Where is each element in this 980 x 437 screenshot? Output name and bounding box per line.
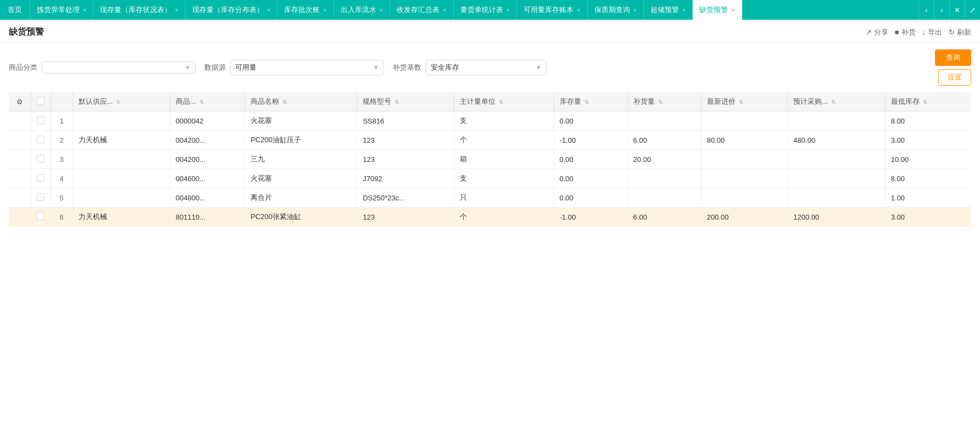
nav-tab-9[interactable]: 超储预警× [644, 0, 693, 20]
sort-icon-unit[interactable]: ⇅ [499, 99, 503, 105]
gear-icon[interactable]: ⚙ [16, 98, 23, 106]
sort-icon-default_supplier[interactable]: ⇅ [116, 99, 120, 105]
row-checkbox[interactable] [31, 208, 51, 227]
category-select[interactable]: ▼ [42, 61, 196, 74]
nav-tab-8[interactable]: 保质期查询× [588, 0, 644, 20]
row-checkbox[interactable] [31, 188, 51, 208]
row-checkbox[interactable] [31, 131, 51, 150]
th-label-spec: 规格型号 [363, 97, 391, 107]
row-select-checkbox[interactable] [37, 136, 44, 143]
cell-min_stock: 3.00 [885, 208, 971, 227]
tab-close-icon[interactable]: × [323, 7, 326, 13]
row-checkbox[interactable] [31, 150, 51, 169]
th-min_stock[interactable]: 最低库存⇅ [885, 92, 971, 111]
nav-tab-7[interactable]: 可用量库存账本× [517, 0, 587, 20]
row-select-checkbox[interactable] [37, 174, 44, 182]
share-btn[interactable]: ↗ 分享 [866, 27, 888, 37]
nav-prev-btn[interactable]: ‹ [918, 0, 934, 20]
th-spec[interactable]: 规格型号⇅ [357, 92, 454, 111]
cell-stock: -1.00 [554, 208, 627, 227]
replenish-btn[interactable]: ■ 补货 [895, 27, 916, 37]
tab-close-icon[interactable]: × [443, 7, 446, 13]
sort-icon-spec[interactable]: ⇅ [394, 99, 399, 105]
tab-close-icon[interactable]: × [577, 7, 580, 13]
row-settings-btn [9, 131, 31, 150]
sort-icon-stock[interactable]: ⇅ [584, 99, 589, 105]
th-unit[interactable]: 主计量单位⇅ [454, 92, 554, 111]
settings-col-header[interactable]: ⚙ [9, 92, 31, 111]
category-label: 商品分类 [9, 63, 37, 72]
cell-latest_price [701, 188, 788, 208]
tab-close-icon[interactable]: × [175, 7, 178, 13]
cell-product_name: PC200张紧油缸 [245, 208, 357, 227]
cell-product_name: 火花塞 [245, 169, 357, 188]
share-icon: ↗ [866, 28, 872, 36]
tab-close-icon[interactable]: × [380, 7, 383, 13]
row-index: 4 [51, 169, 73, 188]
nav-next-btn[interactable]: › [934, 0, 949, 20]
nav-tab-5[interactable]: 收发存汇总表× [390, 0, 453, 20]
settings-button[interactable]: 设置 [938, 69, 971, 86]
sort-icon-min_stock[interactable]: ⇅ [923, 99, 927, 105]
page-header: 缺货预警 ↗ 分享 ■ 补货 ↓ 导出 ↻ 刷新 [0, 20, 980, 43]
cell-unit: 个 [454, 131, 554, 150]
tab-close-icon[interactable]: × [267, 7, 270, 13]
tab-close-icon[interactable]: × [731, 7, 734, 13]
tab-close-icon[interactable]: × [506, 7, 510, 13]
cell-replenish: 6.00 [627, 131, 701, 150]
row-select-checkbox[interactable] [37, 212, 44, 220]
th-default_supplier[interactable]: 默认供应...⇅ [73, 92, 170, 111]
nav-tab-6[interactable]: 要货单统计表× [454, 0, 517, 20]
export-btn[interactable]: ↓ 导出 [922, 27, 943, 37]
row-select-checkbox[interactable] [37, 193, 44, 201]
th-product_code[interactable]: 商品...⇅ [170, 92, 244, 111]
nav-tab-3[interactable]: 库存批次账× [277, 0, 333, 20]
tab-close-icon[interactable]: × [682, 7, 686, 13]
home-label: 首页 [8, 5, 22, 15]
cell-est_purchase [788, 188, 885, 208]
row-checkbox[interactable] [31, 169, 51, 188]
nav-tab-2[interactable]: 现存量（库存分布表）× [186, 0, 277, 20]
th-replenish[interactable]: 补货量⇅ [627, 92, 701, 111]
nav-tab-1[interactable]: 现存量（库存状况表）× [93, 0, 185, 20]
refresh-btn[interactable]: ↻ 刷新 [949, 27, 971, 37]
sort-icon-est_purchase[interactable]: ⇅ [831, 99, 836, 105]
sort-icon-latest_price[interactable]: ⇅ [739, 99, 743, 105]
row-select-checkbox[interactable] [37, 155, 44, 163]
datasource-arrow-icon: ▼ [373, 64, 379, 71]
table-header: ⚙默认供应...⇅商品...⇅商品名称⇅规格型号⇅主计量单位⇅库存量⇅补货量⇅最… [9, 92, 971, 111]
tab-close-icon[interactable]: × [83, 7, 86, 13]
th-est_purchase[interactable]: 预计采购...⇅ [788, 92, 885, 111]
cell-min_stock: 8.00 [885, 111, 971, 131]
th-stock[interactable]: 库存量⇅ [554, 92, 627, 111]
row-select-checkbox[interactable] [37, 116, 44, 124]
th-product_name[interactable]: 商品名称⇅ [245, 92, 357, 111]
tab-close-icon[interactable]: × [633, 7, 637, 13]
checkbox-col-header[interactable] [31, 92, 51, 111]
replenish-basis-select[interactable]: 安全库存 ▼ [426, 60, 547, 75]
table-body: 10000042火花塞SS816支0.008.002力天机械004200...P… [9, 111, 971, 227]
datasource-select[interactable]: 可用量 ▼ [230, 60, 384, 75]
nav-tab-10[interactable]: 缺货预警× [693, 0, 742, 20]
nav-tab-4[interactable]: 出入库流水× [334, 0, 390, 20]
cell-replenish [627, 188, 701, 208]
cell-product_name: 火花塞 [245, 111, 357, 131]
nav-expand-btn[interactable]: ⤢ [965, 0, 980, 20]
query-button[interactable]: 查询 [935, 49, 971, 66]
row-checkbox[interactable] [31, 111, 51, 131]
sort-icon-product_name[interactable]: ⇅ [282, 99, 287, 105]
nav-tab-0[interactable]: 拣货异常处理× [30, 0, 93, 20]
nav-close-btn[interactable]: ✕ [949, 0, 965, 20]
cell-latest_price [701, 169, 788, 188]
cell-default_supplier [73, 111, 170, 131]
refresh-icon: ↻ [949, 28, 955, 36]
sort-icon-product_code[interactable]: ⇅ [199, 99, 204, 105]
tab-label: 超储预警 [650, 5, 679, 15]
th-latest_price[interactable]: 最新进价⇅ [701, 92, 788, 111]
home-tab[interactable]: 首页 [0, 0, 30, 20]
cell-est_purchase [788, 150, 885, 169]
cell-unit: 支 [454, 169, 554, 188]
sort-icon-replenish[interactable]: ⇅ [658, 99, 662, 105]
select-all-checkbox[interactable] [37, 97, 44, 105]
replenish-basis-value: 安全库存 [431, 63, 459, 72]
